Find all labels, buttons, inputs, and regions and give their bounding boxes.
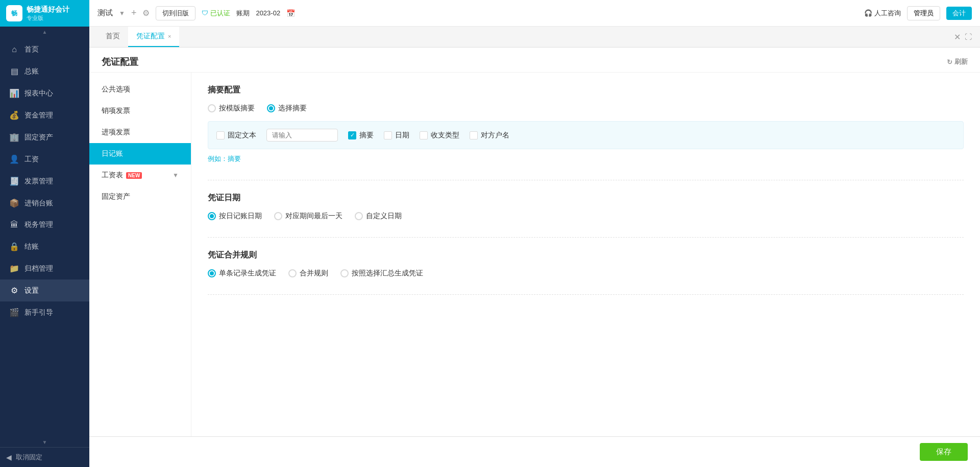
merge-title: 凭证合并规则 bbox=[208, 250, 964, 261]
radio-select[interactable]: 选择摘要 bbox=[267, 104, 307, 113]
sidebar-item-label: 总账 bbox=[24, 67, 39, 76]
sidebar-item-label: 进销台账 bbox=[24, 199, 53, 208]
sidebar-item-archive[interactable]: 📁 归档管理 bbox=[0, 258, 89, 279]
date-title: 凭证日期 bbox=[208, 193, 964, 203]
payroll-arrow-icon: ▼ bbox=[173, 172, 179, 179]
summary-checkbox-group: 固定文本 摘要 日期 收支类型 bbox=[208, 121, 964, 149]
radio-merge-rule[interactable]: 合并规则 bbox=[288, 269, 328, 278]
radio-template-label: 按模版摘要 bbox=[219, 104, 255, 113]
wages-icon: 👤 bbox=[9, 154, 19, 164]
topbar-old-version-btn[interactable]: 切到旧版 bbox=[156, 6, 195, 20]
new-badge: NEW bbox=[126, 172, 142, 179]
left-menu-payroll[interactable]: 工资表 NEW ▼ bbox=[89, 165, 191, 186]
sidebar-item-assets[interactable]: 🏢 固定资产 bbox=[0, 126, 89, 148]
radio-merge-rule-circle bbox=[288, 269, 297, 277]
sidebar-scroll-up[interactable]: ▲ bbox=[0, 27, 89, 37]
checkbox-pay-type[interactable]: 收支类型 bbox=[420, 131, 459, 140]
assets-icon: 🏢 bbox=[9, 132, 19, 142]
sidebar-item-label: 结账 bbox=[24, 242, 39, 251]
radio-custom-date[interactable]: 自定义日期 bbox=[355, 212, 402, 221]
tab-close-icon[interactable]: × bbox=[168, 33, 171, 39]
checkbox-abstract-box bbox=[348, 131, 356, 139]
save-button[interactable]: 保存 bbox=[920, 443, 968, 461]
radio-select-label: 选择摘要 bbox=[278, 104, 307, 113]
fixed-text-input[interactable] bbox=[266, 129, 338, 142]
radio-period-last[interactable]: 对应期间最后一天 bbox=[274, 212, 342, 221]
sidebar-scroll-down[interactable]: ▼ bbox=[0, 437, 89, 447]
left-menu-sales-invoice[interactable]: 销项发票 bbox=[89, 100, 191, 122]
sidebar-item-invoices[interactable]: 🧾 发票管理 bbox=[0, 170, 89, 192]
topbar-gear-icon[interactable]: ⚙ bbox=[142, 8, 150, 18]
sidebar-item-label: 资金管理 bbox=[24, 111, 53, 120]
sidebar-item-wages[interactable]: 👤 工资 bbox=[0, 148, 89, 170]
sidebar-item-settings[interactable]: ⚙ 设置 bbox=[0, 279, 89, 301]
sidebar-item-label: 首页 bbox=[24, 45, 39, 54]
radio-single-label: 单条记录生成凭证 bbox=[219, 269, 276, 278]
sidebar-item-label: 设置 bbox=[24, 286, 39, 295]
pin-icon: ◀ bbox=[6, 453, 12, 461]
logo-icon: 畅 bbox=[6, 5, 22, 21]
radio-journal-date-circle bbox=[208, 212, 216, 220]
settings-icon: ⚙ bbox=[9, 286, 19, 295]
guide-icon: 🎬 bbox=[9, 308, 19, 317]
sidebar-logo: 畅 畅捷通好会计 专业版 bbox=[0, 0, 89, 27]
radio-journal-date-label: 按日记账日期 bbox=[219, 212, 262, 221]
checkbox-fixed-text[interactable]: 固定文本 bbox=[216, 131, 256, 140]
left-menu-journal[interactable]: 日记账 bbox=[89, 143, 191, 165]
sidebar-item-home[interactable]: ⌂ 首页 bbox=[0, 39, 89, 60]
checkbox-abstract[interactable]: 摘要 bbox=[348, 131, 374, 140]
sidebar-item-tax[interactable]: 🏛 税务管理 bbox=[0, 214, 89, 236]
reports-icon: 📊 bbox=[9, 88, 19, 98]
close-period-icon: 🔒 bbox=[9, 242, 19, 251]
sidebar-item-label: 报表中心 bbox=[24, 89, 53, 98]
radio-select-merge[interactable]: 按照选择汇总生成凭证 bbox=[340, 269, 423, 278]
invoices-icon: 🧾 bbox=[9, 176, 19, 186]
sidebar: 畅 畅捷通好会计 专业版 ▲ ⌂ 首页 ▤ 总账 📊 报表中心 💰 资金管理 🏢… bbox=[0, 0, 89, 467]
section-date: 凭证日期 按日记账日期 对应期间最后一天 自定义日期 bbox=[208, 193, 964, 221]
sales-icon: 📦 bbox=[9, 198, 19, 208]
divider-2 bbox=[208, 237, 964, 238]
radio-single[interactable]: 单条记录生成凭证 bbox=[208, 269, 276, 278]
main-area: 测试 ▼ + ⚙ 切到旧版 🛡 已认证 账期 2023-02 📅 🎧 人工咨询 … bbox=[89, 0, 980, 467]
radio-select-merge-circle bbox=[340, 269, 349, 277]
date-radio-group: 按日记账日期 对应期间最后一天 自定义日期 bbox=[208, 212, 964, 221]
sidebar-item-label: 固定资产 bbox=[24, 133, 53, 142]
tab-home[interactable]: 首页 bbox=[97, 27, 128, 47]
bottom-bar: 保存 bbox=[89, 436, 980, 467]
page-header: 凭证配置 ↻ 刷新 bbox=[89, 48, 980, 73]
topbar-dropdown-arrow[interactable]: ▼ bbox=[119, 10, 125, 17]
left-menu-purchase-invoice[interactable]: 进项发票 bbox=[89, 122, 191, 143]
tab-voucher-config[interactable]: 凭证配置 × bbox=[128, 27, 179, 47]
radio-custom-date-label: 自定义日期 bbox=[366, 212, 402, 221]
left-menu-fixed-assets[interactable]: 固定资产 bbox=[89, 186, 191, 207]
topbar-role-btn[interactable]: 会计 bbox=[946, 7, 972, 20]
radio-single-circle bbox=[208, 269, 216, 277]
checkbox-date[interactable]: 日期 bbox=[384, 131, 409, 140]
checkbox-fixed-text-label: 固定文本 bbox=[228, 131, 256, 140]
summary-radio-group: 按模版摘要 选择摘要 bbox=[208, 104, 964, 113]
sidebar-item-sales[interactable]: 📦 进销台账 bbox=[0, 192, 89, 214]
radio-template[interactable]: 按模版摘要 bbox=[208, 104, 255, 113]
left-menu-public[interactable]: 公共选项 bbox=[89, 79, 191, 100]
sidebar-item-funds[interactable]: 💰 资金管理 bbox=[0, 104, 89, 126]
tab-fullscreen-btn[interactable]: ⛶ bbox=[965, 33, 972, 41]
radio-journal-date[interactable]: 按日记账日期 bbox=[208, 212, 262, 221]
home-icon: ⌂ bbox=[9, 45, 19, 54]
sidebar-cancel-fixed[interactable]: ◀ 取消固定 bbox=[0, 447, 89, 467]
radio-period-last-label: 对应期间最后一天 bbox=[285, 212, 342, 221]
checkbox-counterparty-box bbox=[470, 131, 478, 139]
checkbox-counterparty[interactable]: 对方户名 bbox=[470, 131, 509, 140]
calendar-icon[interactable]: 📅 bbox=[286, 9, 295, 17]
topbar-user-btn[interactable]: 管理员 bbox=[907, 6, 940, 20]
checkbox-date-box bbox=[384, 131, 392, 139]
checkbox-date-label: 日期 bbox=[395, 131, 409, 140]
topbar-add-btn[interactable]: + bbox=[131, 8, 137, 18]
refresh-btn[interactable]: ↻ 刷新 bbox=[947, 57, 968, 66]
topbar-service-btn[interactable]: 🎧 人工咨询 bbox=[864, 9, 901, 18]
checkbox-pay-type-box bbox=[420, 131, 428, 139]
sidebar-item-ledger[interactable]: ▤ 总账 bbox=[0, 60, 89, 82]
sidebar-item-close[interactable]: 🔒 结账 bbox=[0, 236, 89, 258]
sidebar-item-reports[interactable]: 📊 报表中心 bbox=[0, 82, 89, 104]
tab-close-btn[interactable]: ✕ bbox=[954, 32, 961, 42]
sidebar-item-guide[interactable]: 🎬 新手引导 bbox=[0, 301, 89, 323]
